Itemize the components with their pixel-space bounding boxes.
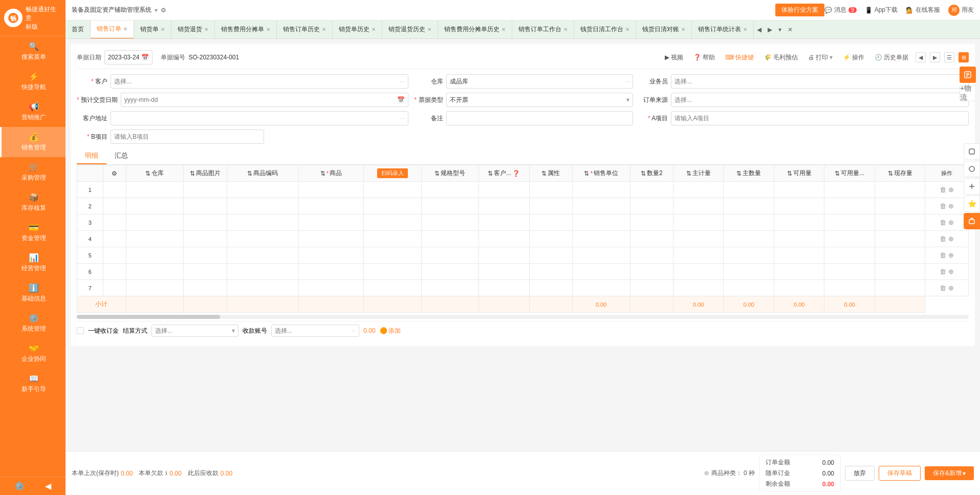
row-6-delete-icon[interactable]: 🗑: [940, 268, 946, 275]
settlement-method-input[interactable]: [155, 327, 232, 334]
th-qty2[interactable]: ⇅ 数量2: [630, 165, 673, 182]
row-7-copy-icon[interactable]: ⊕: [948, 284, 954, 292]
sidebar-item-search[interactable]: 🔍 搜索菜单: [0, 36, 66, 67]
row-1-scan[interactable]: [363, 182, 421, 198]
col-setting-icon[interactable]: ⚙: [112, 170, 117, 177]
save-new-arrow[interactable]: ▾: [963, 470, 966, 477]
tab-home[interactable]: 首页: [66, 20, 91, 39]
remark-text-input[interactable]: [450, 115, 630, 122]
sidebar-item-purchase[interactable]: 🛒 采购管理: [0, 157, 66, 187]
tab-close-return[interactable]: ✕: [204, 27, 208, 32]
row-4-copy-icon[interactable]: ⊕: [948, 235, 954, 243]
float-settings-btn[interactable]: [960, 67, 976, 83]
tab-sales-order[interactable]: 销售订单 ✕: [91, 20, 134, 39]
th-product[interactable]: ⇅ *商品: [299, 165, 364, 182]
tab-prev-btn[interactable]: ◀: [754, 20, 765, 39]
row-1-attr[interactable]: [529, 182, 572, 198]
row-1-available2[interactable]: [824, 182, 875, 198]
th-code[interactable]: ⇅ 商品编码: [227, 165, 299, 182]
tab-close-order-stats[interactable]: ✕: [743, 27, 747, 32]
shortcut-btn[interactable]: ⌨ 快捷键: [722, 52, 757, 63]
address-input[interactable]: ···: [111, 111, 408, 125]
tab-invoice[interactable]: 销货单 ✕: [134, 20, 171, 39]
order-source-select[interactable]: ▾: [671, 93, 969, 107]
collapse-icon[interactable]: ◀: [45, 481, 51, 491]
tab-detail[interactable]: 明细: [77, 148, 106, 164]
scan-btn[interactable]: 扫码录入: [377, 168, 408, 178]
tab-close-expense-history[interactable]: ✕: [502, 27, 506, 32]
tab-sales-history[interactable]: 销售订单历史 ✕: [277, 20, 333, 39]
th-stock[interactable]: ⇅ 现存量: [875, 165, 925, 182]
th-available[interactable]: ⇅ 可用量: [774, 165, 824, 182]
sidebar-item-guide[interactable]: 📖 新手引导: [0, 369, 66, 399]
row-1-img[interactable]: [184, 182, 227, 198]
row-1-delete-icon[interactable]: 🗑: [940, 186, 946, 193]
row-6-copy-icon[interactable]: ⊕: [948, 268, 954, 275]
tab-close-expense-split[interactable]: ✕: [266, 27, 270, 32]
grid-view-btn[interactable]: ⊞: [959, 52, 969, 62]
tab-close-sales-order[interactable]: ✕: [123, 26, 127, 32]
row-5-delete-icon[interactable]: 🗑: [940, 251, 946, 259]
row-1-stock[interactable]: [875, 182, 925, 198]
nav-next-btn[interactable]: ▶: [930, 52, 940, 62]
account-dots[interactable]: ···: [352, 328, 356, 334]
tab-close-daily-reconcile[interactable]: ✕: [681, 27, 685, 32]
tab-close-order-workbench[interactable]: ✕: [563, 27, 568, 32]
tab-expense-history[interactable]: 销售费用分摊单历史 ✕: [438, 20, 512, 39]
tab-close-all-btn[interactable]: ✕: [785, 20, 796, 39]
th-img[interactable]: ⇅ 商品图片: [184, 165, 227, 182]
save-draft-btn[interactable]: 保存草稿: [879, 466, 921, 481]
row-1-qty2[interactable]: [630, 182, 673, 198]
right-panel-btn-4[interactable]: ⭐: [964, 196, 980, 212]
sidebar-item-inventory[interactable]: 📦 库存核算: [0, 187, 66, 218]
profit-btn[interactable]: 🌾 毛利预估: [761, 52, 801, 63]
order-source-input[interactable]: [674, 96, 962, 103]
sidebar-item-sales[interactable]: 💰 销售管理: [0, 127, 66, 157]
tab-daily-reconcile[interactable]: 钱货日清对账 ✕: [636, 20, 692, 39]
row-1-spec[interactable]: [421, 182, 479, 198]
tab-close-daily-workbench[interactable]: ✕: [625, 27, 629, 32]
tab-close-return-history[interactable]: ✕: [427, 27, 431, 32]
th-warehouse[interactable]: ⇅ 仓库: [126, 165, 184, 182]
b-project-text-input[interactable]: [114, 133, 260, 140]
account-input[interactable]: [275, 327, 352, 334]
delivery-cal-icon[interactable]: 📅: [397, 96, 405, 103]
sidebar-item-operation[interactable]: 📊 经营管理: [0, 248, 66, 278]
a-project-text-input[interactable]: [674, 115, 965, 122]
row-2-delete-icon[interactable]: 🗑: [940, 202, 946, 210]
operation-btn[interactable]: ⚡ 操作: [840, 52, 867, 63]
user-btn[interactable]: 用 用友: [948, 5, 974, 16]
row-5-copy-icon[interactable]: ⊕: [948, 251, 954, 259]
tab-close-invoice-history[interactable]: ✕: [372, 27, 376, 32]
tab-order-workbench[interactable]: 销售订单工作台 ✕: [512, 20, 574, 39]
row-1-available[interactable]: [774, 182, 824, 198]
row-3-copy-icon[interactable]: ⊕: [948, 219, 954, 226]
row-4-delete-icon[interactable]: 🗑: [940, 235, 946, 243]
sidebar-item-system[interactable]: ⚙️ 系统管理: [0, 308, 66, 338]
delivery-text-input[interactable]: [124, 96, 397, 103]
th-attr[interactable]: ⇅ 属性: [529, 165, 572, 182]
row-1-warehouse[interactable]: [126, 182, 184, 198]
tab-close-sales-history[interactable]: ✕: [322, 27, 326, 32]
account-select[interactable]: ···: [271, 325, 359, 337]
sidebar-item-marketing[interactable]: 📢 营销推广: [0, 97, 66, 127]
tab-daily-workbench[interactable]: 钱货日清工作台 ✕: [574, 20, 636, 39]
customer-dots[interactable]: ···: [400, 79, 404, 84]
history-btn[interactable]: 🕘 历史单据: [872, 52, 911, 63]
delivery-input[interactable]: 📅: [121, 93, 408, 107]
sidebar-item-finance[interactable]: 💳 资金管理: [0, 218, 66, 248]
customer-input[interactable]: ···: [111, 74, 408, 89]
address-dots[interactable]: ···: [400, 116, 404, 121]
message-btn[interactable]: 💬 消息 9: [824, 6, 857, 14]
remark-input[interactable]: [446, 111, 634, 125]
sidebar-item-collab[interactable]: 🤝 企业协同: [0, 338, 66, 369]
row-1-customer[interactable]: [479, 182, 529, 198]
th-spec[interactable]: ⇅ 规格型号: [421, 165, 479, 182]
sidebar-item-quicknav[interactable]: ⚡ 快捷导航: [0, 67, 66, 97]
row-3-delete-icon[interactable]: 🗑: [940, 219, 946, 226]
debit-info-icon[interactable]: ℹ: [165, 470, 167, 477]
row-1-main-qty[interactable]: [724, 182, 774, 198]
sidebar-item-baseinfo[interactable]: ℹ️ 基础信息: [0, 278, 66, 308]
online-service-btn[interactable]: 💁 在线客服: [906, 6, 940, 14]
view-btn[interactable]: ▶ 视频: [662, 52, 686, 63]
